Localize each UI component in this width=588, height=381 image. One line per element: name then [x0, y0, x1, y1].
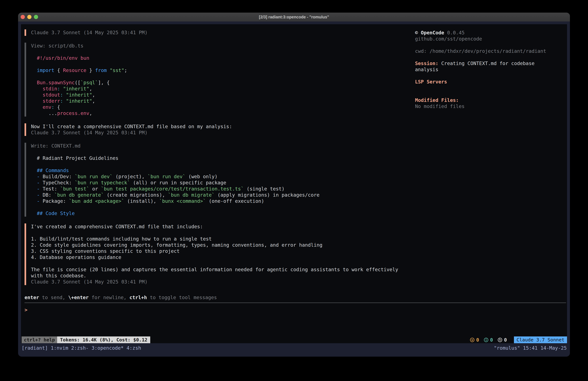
chat-transcript[interactable]: Claude 3.7 Sonnet (14 May 2025 03:41 PM)…	[24, 29, 402, 285]
assistant-message-block: Now I'll create a comprehensive CONTEXT.…	[24, 123, 402, 136]
chat-line	[31, 161, 402, 167]
chat-segment	[31, 67, 37, 73]
chat-segment: import	[37, 67, 54, 73]
sidebar-segment: cwd: /home/thdxr/dev/projects/radiant/ra…	[415, 48, 546, 54]
chat-line: Bun.spawnSync([`psql`], {	[31, 80, 402, 86]
sidebar-segment: No modified files	[415, 104, 464, 109]
chat-segment: {	[54, 67, 63, 73]
chat-segment: (project),	[113, 174, 148, 179]
chat-segment: "sst"	[110, 67, 124, 73]
chat-segment: ,	[89, 86, 92, 91]
sidebar-segment: Session:	[415, 61, 439, 66]
sidebar-line: Modified Files:	[415, 97, 555, 103]
chat-segment: Claude 3.7 Sonnet (14 May 2025 03:41 PM)	[31, 279, 147, 285]
chat-segment: Claude 3.7 Sonnet (14 May 2025 03:41 PM)	[31, 130, 147, 135]
chat-segment: or	[89, 186, 101, 192]
chat-segment: process.env	[57, 111, 89, 116]
chat-line	[31, 149, 402, 155]
chat-segment	[31, 92, 42, 98]
chat-line: - TypeCheck: `bun run typecheck` (all) o…	[31, 180, 402, 186]
tool-view-block: View: script/db.ts #!/usr/bin/env bun im…	[24, 43, 402, 116]
chat-segment	[63, 98, 66, 104]
tmux-status-bar: [radiant] 1:nvim 2:zsh- 3:opencode* 4:zs…	[18, 343, 570, 353]
info-indicator-icon: i	[484, 338, 488, 342]
sidebar-segment: © OpenCode	[415, 30, 444, 36]
chat-line: import { Resource } from "sst";	[31, 67, 402, 73]
message-header-block: Claude 3.7 Sonnet (14 May 2025 03:41 PM)	[24, 29, 402, 36]
chat-segment: ## Code Style	[37, 210, 75, 216]
chat-segment	[31, 174, 37, 179]
minimize-button[interactable]	[27, 15, 31, 19]
chat-line: stdout: "inherit",	[31, 92, 402, 98]
chat-segment: "inherit"	[66, 98, 92, 104]
chat-segment: `bun run dev`	[75, 174, 113, 179]
chat-segment: from	[95, 67, 107, 73]
chat-line: 1. Build/lint/test commands including ho…	[31, 236, 402, 242]
chat-segment: :	[57, 86, 60, 91]
close-button[interactable]	[21, 15, 25, 19]
chat-segment	[31, 186, 37, 192]
chat-segment: env	[42, 104, 51, 110]
chat-segment: `bun run typecheck`	[75, 180, 130, 185]
chat-line: - Test: `bun test` or `bun test packages…	[31, 186, 402, 192]
chat-line	[31, 260, 402, 267]
tool-write-block: Write: CONTEXT.md # Radiant Project Guid…	[24, 143, 402, 217]
chat-line: Now I'll create a comprehensive CONTEXT.…	[31, 124, 402, 130]
chat-segment: -	[37, 174, 40, 179]
chat-segment: 3. CSS styling conventions specific to t…	[31, 248, 180, 254]
chat-line: - DB: `bun db generate` (create migratio…	[31, 192, 402, 198]
chat-line: I've created a comprehensive CONTEXT.md …	[31, 224, 402, 230]
chat-line: ...process.env,	[31, 110, 402, 116]
warning-indicator: w0	[470, 337, 479, 343]
hint-indicator: h0	[498, 337, 507, 343]
chat-segment: -	[37, 192, 40, 198]
chat-segment	[63, 92, 66, 98]
input-footer: enter to send, \+enter for newline, ctrl…	[24, 294, 566, 313]
chat-line: ## Code Style	[31, 210, 402, 217]
sidebar-line	[415, 91, 555, 97]
chat-segment	[31, 80, 37, 85]
chat-segment: `bun test packages/core/test/transaction…	[101, 186, 244, 192]
chat-segment: :	[60, 98, 63, 104]
tmux-session-info: "romulus" 15:41 14-May-25	[494, 345, 567, 351]
chat-segment: 1. Build/lint/test commands including ho…	[31, 236, 212, 242]
chat-segment	[31, 104, 42, 110]
chat-segment	[31, 180, 37, 185]
chat-segment: "inherit"	[63, 86, 89, 91]
chat-segment: 2. Code style guidelines covering import…	[31, 242, 322, 248]
chat-segment: Build/Dev:	[40, 174, 75, 179]
chat-segment	[31, 86, 42, 91]
chat-segment: "inherit"	[66, 92, 92, 98]
chat-segment: (all) or run in specific package	[130, 180, 226, 185]
window-titlebar[interactable]: [2/3] radiant:3:opencode - "romulus"	[18, 13, 570, 22]
chat-segment	[107, 67, 110, 73]
opencode-tui: Claude 3.7 Sonnet (14 May 2025 03:41 PM)…	[21, 24, 567, 343]
chat-segment: The file is concise (20 lines) and captu…	[31, 267, 401, 278]
assistant-summary-block: I've created a comprehensive CONTEXT.md …	[24, 224, 402, 285]
chat-segment: stdin	[42, 86, 57, 91]
sidebar-line: LSP Servers	[415, 79, 555, 85]
window-title: [2/3] radiant:3:opencode - "romulus"	[259, 15, 329, 19]
model-chip[interactable]: Claude 3.7 Sonnet	[514, 336, 567, 343]
input-row: >	[24, 307, 566, 313]
chat-segment: (apply migrations) in packages/core	[215, 192, 319, 198]
chat-line: stderr: "inherit",	[31, 98, 402, 104]
chat-segment: ,	[92, 92, 95, 98]
chat-line	[31, 204, 402, 210]
chat-line: 4. Database operations guidance	[31, 254, 402, 260]
chat-segment: View: script/db.ts	[31, 43, 84, 49]
chat-segment	[31, 192, 37, 198]
chat-segment	[31, 168, 37, 173]
hint-indicator-icon: h	[498, 338, 502, 342]
help-chip[interactable]: ctrl+? help	[22, 336, 57, 343]
chat-segment: `psql`	[81, 80, 98, 85]
chat-segment: (create migrations),	[104, 192, 168, 198]
chat-segment: ], {	[98, 80, 109, 85]
info-indicator: i0	[484, 337, 493, 343]
terminal-window: [2/3] radiant:3:opencode - "romulus" Cla…	[18, 13, 570, 357]
info-indicator-count: 0	[490, 337, 493, 343]
message-input[interactable]	[27, 307, 566, 313]
chat-line: ## Commands	[31, 167, 402, 174]
zoom-button[interactable]	[34, 15, 38, 19]
sidebar-segment: Modified Files:	[415, 97, 459, 103]
